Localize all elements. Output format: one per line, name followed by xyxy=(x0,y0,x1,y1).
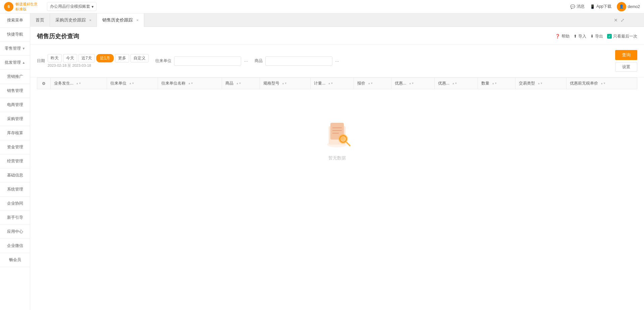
from-unit-input[interactable] xyxy=(174,56,241,66)
app-download-label: App下载 xyxy=(596,4,611,9)
col-product[interactable]: 商品 ▲▼ xyxy=(222,78,260,89)
sidebar-item-ecommerce[interactable]: 电商管理 xyxy=(0,98,30,112)
query-button[interactable]: 查询 xyxy=(615,50,637,60)
member-label: 畅会员 xyxy=(9,257,21,263)
sidebar: 搜索菜单 快捷导航 零售管理 ▼ 批发管理 ▲ 营销推广 销售管理 电商管理 采… xyxy=(0,13,30,310)
logo-area: 6 畅捷通好生意 标准版 xyxy=(4,2,38,11)
export-action[interactable]: ⬇ 导出 xyxy=(590,34,603,39)
import-action[interactable]: ⬆ 导入 xyxy=(574,34,586,39)
col-settings[interactable]: ⚙ xyxy=(37,78,51,89)
app-selector[interactable]: 办公用品行业模拟账套 ▾ xyxy=(47,2,97,11)
search-menu-label: 搜索菜单 xyxy=(7,17,23,23)
col-pre-tax-price[interactable]: 优惠前无税单价 ▲▼ xyxy=(566,78,637,89)
sort-icons-unit: ▲▼ xyxy=(328,82,333,85)
avatar-icon: 👤 xyxy=(619,4,624,9)
message-nav-item[interactable]: 💬 消息 xyxy=(570,4,585,9)
sort-icons-discount1: ▲▼ xyxy=(409,82,414,85)
empty-state-text: 暂无数据 xyxy=(328,155,346,161)
sidebar-item-wechat[interactable]: 企业微信 xyxy=(0,239,30,253)
product-label: 商品 xyxy=(255,58,263,64)
sidebar-item-enterprise[interactable]: 企业协同 xyxy=(0,197,30,211)
col-unit-name[interactable]: 往来单位名称 ▲▼ xyxy=(158,78,222,89)
page-header: 销售历史价查询 ❓ 帮助 ⬆ 导入 ⬇ 导出 ✓ xyxy=(30,27,644,45)
window-maximize-icon[interactable]: ⤢ xyxy=(621,17,625,23)
sidebar-item-finance[interactable]: 资金管理 xyxy=(0,140,30,154)
sidebar-item-search-menu[interactable]: 搜索菜单 xyxy=(0,13,30,28)
date-btn-today[interactable]: 今天 xyxy=(63,54,77,62)
date-btn-more[interactable]: 更多 xyxy=(115,54,129,62)
col-discount2[interactable]: 优惠... ▲▼ xyxy=(435,78,478,89)
product-filter-group: 商品 ··· xyxy=(255,56,339,66)
from-unit-filter-group: 往来单位 ··· xyxy=(155,56,248,66)
sort-icons-spec: ▲▼ xyxy=(282,82,287,85)
tab-purchase-history[interactable]: 采购历史价跟踪 × xyxy=(50,13,97,27)
col-quote[interactable]: 报价 ▲▼ xyxy=(354,78,391,89)
data-table: ⚙ 业务发生... ▲▼ 往来单位 ▲▼ 往来单位名称 xyxy=(37,78,637,89)
sidebar-item-basic-info[interactable]: 基础信息 xyxy=(0,168,30,183)
sidebar-item-guide[interactable]: 新手引导 xyxy=(0,211,30,225)
sidebar-item-sales[interactable]: 销售管理 xyxy=(0,84,30,98)
main-layout: 搜索菜单 快捷导航 零售管理 ▼ 批发管理 ▲ 营销推广 销售管理 电商管理 采… xyxy=(0,13,644,310)
product-dots[interactable]: ··· xyxy=(335,58,339,64)
tab-bar-actions: ✕ ⤢ xyxy=(614,17,627,23)
date-btn-last1m[interactable]: 近1月 xyxy=(96,54,114,62)
basic-info-label: 基础信息 xyxy=(7,172,23,178)
app-download-icon: 📱 xyxy=(590,4,595,9)
import-label: 导入 xyxy=(578,34,586,39)
col-discount1[interactable]: 优惠... ▲▼ xyxy=(391,78,435,89)
ecommerce-label: 电商管理 xyxy=(7,102,23,108)
empty-state: 暂无数据 xyxy=(37,89,637,188)
only-last-label: 只看最后一次 xyxy=(613,34,637,39)
from-unit-dots[interactable]: ··· xyxy=(244,58,248,64)
date-filter-section: 昨天 今天 近7天 近1月 更多 自定义 2023-02-18 至 2023-0… xyxy=(48,54,149,68)
tab-sales-history-label: 销售历史价跟踪 xyxy=(102,17,133,23)
tab-home[interactable]: 首页 xyxy=(30,13,50,27)
help-action[interactable]: ❓ 帮助 xyxy=(555,34,570,39)
content-area: 首页 采购历史价跟踪 × 销售历史价跟踪 × ✕ ⤢ 销售历史价查询 xyxy=(30,13,644,310)
sidebar-item-member[interactable]: 畅会员 xyxy=(0,253,30,267)
date-btn-custom[interactable]: 自定义 xyxy=(130,54,149,62)
col-trade-type[interactable]: 交易类型 ▲▼ xyxy=(516,78,567,89)
tab-sales-history-close[interactable]: × xyxy=(136,18,138,22)
user-nav-item[interactable]: 👤 demo2 xyxy=(617,2,640,11)
sidebar-item-app-center[interactable]: 应用中心 xyxy=(0,225,30,239)
wholesale-label: 批发管理 xyxy=(5,60,21,65)
quick-nav-label: 快捷导航 xyxy=(7,32,23,37)
tab-purchase-history-close[interactable]: × xyxy=(89,18,91,22)
sidebar-item-system[interactable]: 系统管理 xyxy=(0,183,30,197)
date-btn-yesterday[interactable]: 昨天 xyxy=(48,54,62,62)
col-unit[interactable]: 计量... ▲▼ xyxy=(311,78,354,89)
col-quantity[interactable]: 数量 ▲▼ xyxy=(478,78,515,89)
window-close-icon[interactable]: ✕ xyxy=(614,17,618,23)
sidebar-item-quick-nav[interactable]: 快捷导航 xyxy=(0,28,30,42)
tab-purchase-history-label: 采购历史价跟踪 xyxy=(55,17,86,23)
sidebar-item-inventory[interactable]: 库存核算 xyxy=(0,126,30,140)
retail-label: 零售管理 xyxy=(5,46,21,51)
sort-icons-unit-code: ▲▼ xyxy=(129,82,135,85)
sidebar-item-retail[interactable]: 零售管理 ▼ xyxy=(0,42,30,56)
date-btn-last7[interactable]: 近7天 xyxy=(78,54,95,62)
sidebar-item-marketing[interactable]: 营销推广 xyxy=(0,70,30,84)
col-spec[interactable]: 规格型号 ▲▼ xyxy=(260,78,311,89)
sidebar-item-operations[interactable]: 经营管理 xyxy=(0,154,30,168)
only-last-checkbox[interactable]: ✓ 只看最后一次 xyxy=(607,34,637,39)
sort-icons-trade-type: ▲▼ xyxy=(537,82,543,85)
sidebar-item-wholesale[interactable]: 批发管理 ▲ xyxy=(0,56,30,70)
page-title: 销售历史价查询 xyxy=(37,32,79,40)
col-unit-code[interactable]: 往来单位 ▲▼ xyxy=(107,78,158,89)
header-left: 6 畅捷通好生意 标准版 办公用品行业模拟账套 ▾ xyxy=(4,2,97,11)
tab-sales-history[interactable]: 销售历史价跟踪 × xyxy=(97,13,144,27)
wholesale-arrow: ▲ xyxy=(22,61,25,64)
sort-icons-pre-tax-price: ▲▼ xyxy=(600,82,606,85)
app-selector-label: 办公用品行业模拟账套 xyxy=(50,4,90,9)
product-input[interactable] xyxy=(265,56,332,66)
sort-icons-biz-date: ▲▼ xyxy=(76,82,81,85)
message-icon: 💬 xyxy=(570,4,575,9)
settings-button[interactable]: 设置 xyxy=(615,62,637,72)
logo-text: 畅捷通好生意 标准版 xyxy=(15,2,38,11)
sort-icons-quote: ▲▼ xyxy=(368,82,373,85)
col-biz-date[interactable]: 业务发生... ▲▼ xyxy=(51,78,107,89)
purchase-label: 采购管理 xyxy=(7,116,23,122)
sidebar-item-purchase[interactable]: 采购管理 xyxy=(0,112,30,126)
app-download-nav-item[interactable]: 📱 App下载 xyxy=(590,4,611,9)
